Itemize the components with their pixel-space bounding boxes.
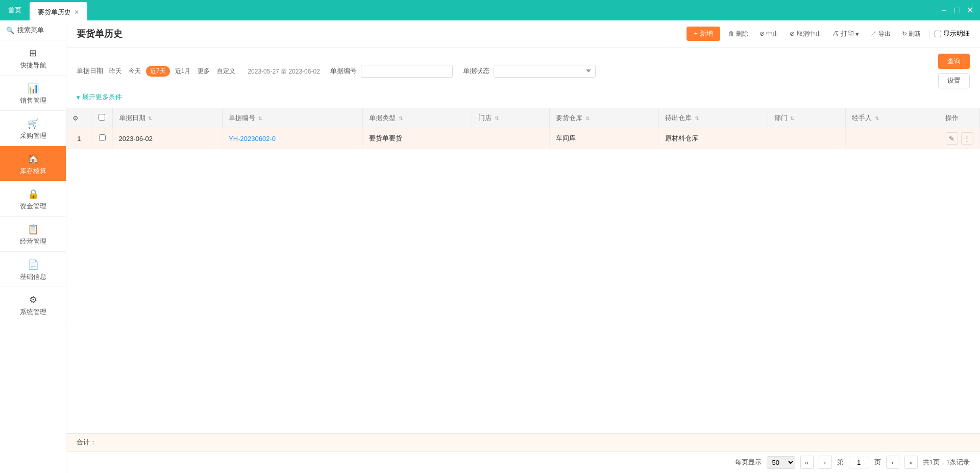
sidebar-item-label: 快捷导航 xyxy=(20,61,46,70)
operations-icon: 📋 xyxy=(28,224,39,235)
export-button[interactable]: ↗ 导出 xyxy=(867,28,893,40)
shortcut-custom[interactable]: 自定义 xyxy=(215,66,237,77)
window-maximize-icon[interactable]: □ xyxy=(954,5,960,16)
shortcut-more[interactable]: 更多 xyxy=(195,66,212,77)
print-button[interactable]: 🖨 打印 ▾ xyxy=(829,27,863,40)
sidebar-item-label: 采购管理 xyxy=(20,131,46,140)
doc-status-filter: 单据状态 xyxy=(463,65,596,78)
new-button[interactable]: + 新增 xyxy=(687,27,720,41)
tab-close-icon[interactable]: ✕ xyxy=(74,9,79,16)
col-header-settings[interactable]: ⚙ xyxy=(66,108,92,128)
chevron-down-icon: ▾ xyxy=(855,30,859,38)
more-icon[interactable]: ⋮ xyxy=(961,132,973,145)
date-range-display: 2023-05-27 至 2023-06-02 xyxy=(248,67,320,76)
sidebar-item-system[interactable]: ⚙ 系统管理 xyxy=(0,287,66,322)
tab-list: 首页 要货单历史 ✕ xyxy=(0,0,87,20)
sidebar-item-label: 库存核算 xyxy=(20,167,46,176)
cell-store xyxy=(472,128,550,149)
pagination-bar: 每页显示 10 20 50 100 « ‹ 第 页 › » 共1页，1条记录 xyxy=(66,451,980,473)
print-label: 🖨 打印 xyxy=(832,29,854,38)
sidebar-item-inventory[interactable]: 🏠 库存核算 xyxy=(0,146,66,181)
col-header-doc-date[interactable]: 单据日期 ⇅ xyxy=(112,108,223,128)
col-header-doc-number[interactable]: 单据编号 ⇅ xyxy=(223,108,363,128)
row-checkbox[interactable] xyxy=(99,134,106,141)
col-header-pending-warehouse[interactable]: 待出仓库 ⇅ xyxy=(659,108,768,128)
first-page-button[interactable]: « xyxy=(800,456,814,469)
date-filter-label: 单据日期 xyxy=(77,66,103,76)
refresh-button[interactable]: ↻ 刷新 xyxy=(899,28,924,40)
sidebar-item-finance[interactable]: 🔒 资金管理 xyxy=(0,181,66,217)
col-header-checkbox[interactable] xyxy=(92,108,112,128)
expand-more-icon: ▾ xyxy=(77,93,80,101)
table-row: 1 2023-06-02 YH-20230602-0 要货单要货 车间库 原材料… xyxy=(66,128,980,149)
inventory-icon: 🏠 xyxy=(28,153,39,164)
prev-page-button[interactable]: ‹ xyxy=(819,456,832,469)
col-header-department[interactable]: 部门 ⇅ xyxy=(768,108,845,128)
stop-button[interactable]: ⊘ 中止 xyxy=(756,28,781,40)
summary-label: 合计： xyxy=(77,438,96,447)
tab-requisition-history[interactable]: 要货单历史 ✕ xyxy=(30,2,87,22)
sort-icon-store: ⇅ xyxy=(495,115,499,121)
delete-button[interactable]: 🗑 删除 xyxy=(725,28,751,40)
doc-number-label: 单据编号 xyxy=(330,66,357,76)
col-header-req-warehouse[interactable]: 要货仓库 ⇅ xyxy=(550,108,659,128)
per-page-label: 每页显示 xyxy=(735,458,762,467)
doc-status-select[interactable] xyxy=(494,65,596,78)
cell-doc-number: YH-20230602-0 xyxy=(223,128,363,149)
sidebar-item-base-info[interactable]: 📄 基础信息 xyxy=(0,252,66,287)
top-bar: 首页 要货单历史 ✕ － □ ✕ xyxy=(0,0,980,20)
last-page-button[interactable]: » xyxy=(904,456,918,469)
filter-actions: 查询 设置 xyxy=(938,54,970,88)
window-minimize-icon[interactable]: － xyxy=(939,4,948,16)
tab-home[interactable]: 首页 xyxy=(0,0,30,20)
settings-button[interactable]: 设置 xyxy=(938,73,970,88)
purchase-icon: 🛒 xyxy=(28,118,39,129)
doc-number-link[interactable]: YH-20230602-0 xyxy=(229,135,276,143)
next-page-button[interactable]: › xyxy=(886,456,899,469)
shortcut-today[interactable]: 今天 xyxy=(127,66,143,77)
col-header-store[interactable]: 门店 ⇅ xyxy=(472,108,550,128)
content-area: 要货单历史 + 新增 🗑 删除 ⊘ 中止 ⊘ 取消中止 🖨 打印 ▾ ↗ 导出 … xyxy=(66,20,980,473)
doc-number-input[interactable] xyxy=(361,65,453,78)
per-page-select[interactable]: 10 20 50 100 xyxy=(767,456,795,469)
cell-req-warehouse: 车间库 xyxy=(550,128,659,149)
tab-requisition-label: 要货单历史 xyxy=(38,8,71,17)
date-shortcuts: 昨天 今天 近7天 近1月 更多 自定义 xyxy=(107,66,237,77)
tab-home-label: 首页 xyxy=(8,6,21,15)
sidebar: 🔍 搜索菜单 ⊞ 快捷导航 📊 销售管理 🛒 采购管理 🏠 库存核算 🔒 资金管… xyxy=(0,20,66,473)
cell-doc-type: 要货单要货 xyxy=(363,128,472,149)
sort-icon-doc-number: ⇅ xyxy=(258,115,262,121)
sidebar-item-sales[interactable]: 📊 销售管理 xyxy=(0,76,66,111)
edit-icon[interactable]: ✎ xyxy=(946,132,958,145)
sidebar-item-operations[interactable]: 📋 经营管理 xyxy=(0,217,66,252)
col-header-action: 操作 xyxy=(939,108,980,128)
window-close-icon[interactable]: ✕ xyxy=(966,5,974,16)
col-header-doc-type[interactable]: 单据类型 ⇅ xyxy=(363,108,472,128)
sidebar-item-purchase[interactable]: 🛒 采购管理 xyxy=(0,111,66,146)
query-button[interactable]: 查询 xyxy=(938,54,970,69)
cancel-stop-button[interactable]: ⊘ 取消中止 xyxy=(787,28,824,40)
toolbar-divider xyxy=(929,30,929,38)
display-detail-input[interactable] xyxy=(935,31,941,37)
display-detail-label: 显示明细 xyxy=(943,29,970,38)
cell-department xyxy=(768,128,845,149)
display-detail-checkbox[interactable]: 显示明细 xyxy=(935,29,970,38)
window-controls: － □ ✕ xyxy=(939,4,980,16)
col-header-handler[interactable]: 经手人 ⇅ xyxy=(845,108,939,128)
table-footer: 合计： xyxy=(66,433,980,451)
page-header: 要货单历史 + 新增 🗑 删除 ⊘ 中止 ⊘ 取消中止 🖨 打印 ▾ ↗ 导出 … xyxy=(66,20,980,48)
current-page-input[interactable] xyxy=(849,457,869,468)
expand-more[interactable]: ▾ 展开更多条件 xyxy=(77,92,970,102)
page-title: 要货单历史 xyxy=(77,28,122,46)
quick-nav-icon: ⊞ xyxy=(29,48,37,59)
cell-checkbox[interactable] xyxy=(92,128,112,149)
shortcut-1month[interactable]: 近1月 xyxy=(173,66,193,77)
select-all-checkbox[interactable] xyxy=(99,114,105,121)
table-header-row: ⚙ 单据日期 ⇅ 单据编号 ⇅ 单据类型 xyxy=(66,108,980,128)
main-layout: 🔍 搜索菜单 ⊞ 快捷导航 📊 销售管理 🛒 采购管理 🏠 库存核算 🔒 资金管… xyxy=(0,20,980,473)
shortcut-yesterday[interactable]: 昨天 xyxy=(107,66,124,77)
sidebar-search[interactable]: 🔍 搜索菜单 xyxy=(0,20,66,40)
shortcut-7days[interactable]: 近7天 xyxy=(146,66,170,77)
sidebar-search-label: 搜索菜单 xyxy=(17,26,44,35)
sidebar-item-quick-nav[interactable]: ⊞ 快捷导航 xyxy=(0,40,66,76)
